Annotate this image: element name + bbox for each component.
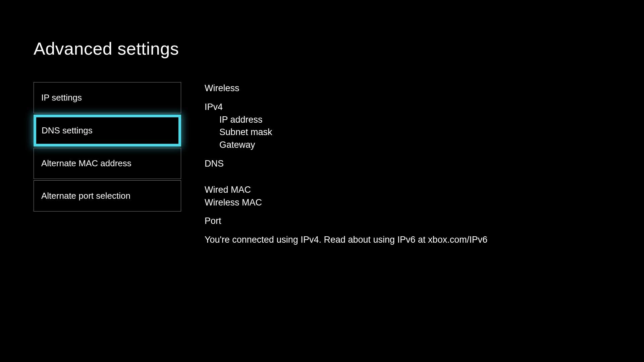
ip-address-label: IP address [205, 114, 487, 126]
info-panel: Wireless IPv4 IP address Subnet mask Gat… [205, 82, 487, 246]
settings-menu: IP settings DNS settings Alternate MAC a… [34, 82, 181, 246]
page-title: Advanced settings [34, 39, 644, 59]
subnet-mask-label: Subnet mask [205, 126, 487, 139]
dns-label: DNS [205, 158, 487, 170]
menu-item-dns-settings[interactable]: DNS settings [34, 115, 181, 146]
menu-item-alternate-port[interactable]: Alternate port selection [34, 180, 181, 212]
menu-item-ip-settings[interactable]: IP settings [34, 82, 181, 113]
wireless-label: Wireless [205, 82, 487, 95]
ipv4-label: IPv4 [205, 101, 487, 114]
port-label: Port [205, 215, 487, 228]
wired-mac-label: Wired MAC [205, 184, 487, 196]
gateway-label: Gateway [205, 139, 487, 152]
connection-message: You're connected using IPv4. Read about … [205, 234, 487, 246]
wireless-mac-label: Wireless MAC [205, 196, 487, 209]
menu-item-alternate-mac[interactable]: Alternate MAC address [34, 148, 181, 179]
